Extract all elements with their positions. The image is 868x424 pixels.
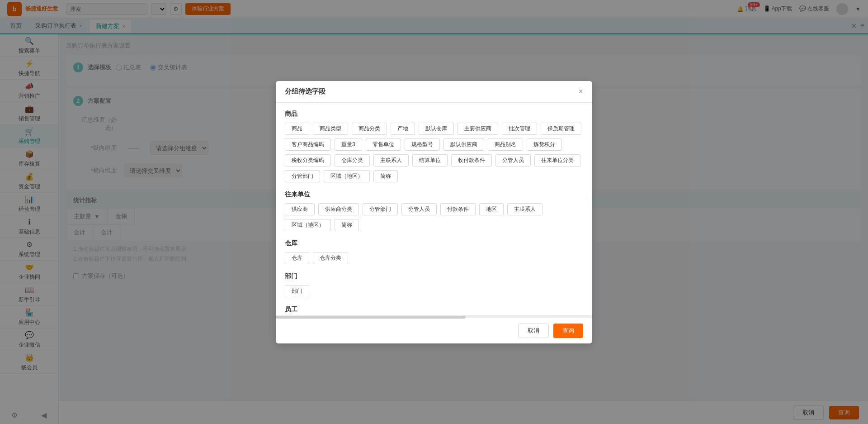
field-tag[interactable]: 税收分类编码 bbox=[285, 154, 331, 167]
field-tag[interactable]: 部门 bbox=[285, 285, 309, 297]
field-tag[interactable]: 默认供应商 bbox=[443, 138, 484, 151]
field-tag[interactable]: 保质期管理 bbox=[541, 123, 581, 135]
product-field-tags: 商品 商品类型 商品分类 产地 默认仓库 主要供应商 批次管理 保质期管理 客户… bbox=[285, 123, 583, 182]
modal-footer: 取消 查询 bbox=[276, 318, 592, 343]
modal-title: 分组待选字段 bbox=[285, 87, 326, 96]
field-tag[interactable]: 区域（地区） bbox=[285, 219, 331, 231]
field-tag[interactable]: 批次管理 bbox=[502, 123, 537, 135]
field-tag[interactable]: 仓库分类 bbox=[313, 252, 348, 264]
modal-body: 商品 商品 商品类型 商品分类 产地 默认仓库 主要供应商 批次管理 保质期管理… bbox=[276, 103, 592, 315]
field-tag[interactable]: 主要供应商 bbox=[458, 123, 498, 135]
field-tag[interactable]: 商品分类 bbox=[352, 123, 387, 135]
field-tag[interactable]: 简称 bbox=[373, 170, 398, 182]
field-tag[interactable]: 分管人员 bbox=[401, 203, 437, 215]
warehouse-field-tags: 仓库 仓库分类 bbox=[285, 252, 583, 264]
field-tag[interactable]: 重量3 bbox=[335, 138, 362, 151]
field-tag[interactable]: 规格型号 bbox=[405, 138, 440, 151]
modal-horizontal-scrollbar[interactable] bbox=[276, 315, 592, 318]
field-group-dept-title: 部门 bbox=[285, 272, 583, 281]
field-tag[interactable]: 分管人员 bbox=[495, 154, 531, 167]
modal-overlay: 分组待选字段 × 商品 商品 商品类型 商品分类 产地 默认仓库 主要供应商 批… bbox=[0, 0, 868, 424]
field-tag[interactable]: 供应商分类 bbox=[318, 203, 359, 215]
modal-cancel-btn[interactable]: 取消 bbox=[518, 324, 549, 338]
field-tag[interactable]: 商品 bbox=[285, 123, 309, 135]
field-tag[interactable]: 简称 bbox=[335, 219, 359, 231]
field-group-dept: 部门 部门 bbox=[285, 272, 583, 297]
field-group-partner-title: 往来单位 bbox=[285, 191, 583, 199]
field-tag[interactable]: 分管部门 bbox=[363, 203, 398, 215]
field-tag[interactable]: 商品别名 bbox=[488, 138, 523, 151]
field-tag[interactable]: 商品类型 bbox=[313, 123, 348, 135]
field-tag[interactable]: 炼货积分 bbox=[527, 138, 562, 151]
field-group-product-title: 商品 bbox=[285, 110, 583, 118]
field-tag[interactable]: 付款条件 bbox=[440, 203, 476, 215]
dept-field-tags: 部门 bbox=[285, 285, 583, 297]
field-tag[interactable]: 主联系人 bbox=[373, 154, 409, 167]
field-tag[interactable]: 区域（地区） bbox=[324, 170, 370, 182]
field-group-warehouse-title: 仓库 bbox=[285, 239, 583, 248]
partner-field-tags: 供应商 供应商分类 分管部门 分管人员 付款条件 地区 主联系人 区域（地区） … bbox=[285, 203, 583, 231]
field-tag[interactable]: 仓库 bbox=[285, 252, 309, 264]
field-tag[interactable]: 仓库分类 bbox=[335, 154, 370, 167]
field-tag[interactable]: 产地 bbox=[391, 123, 415, 135]
field-tag[interactable]: 零售单位 bbox=[366, 138, 401, 151]
field-tag[interactable]: 收付款条件 bbox=[451, 154, 492, 167]
field-tag[interactable]: 默认仓库 bbox=[419, 123, 454, 135]
field-group-staff-title: 员工 bbox=[285, 305, 583, 314]
field-group-partner: 往来单位 供应商 供应商分类 分管部门 分管人员 付款条件 地区 主联系人 区域… bbox=[285, 191, 583, 231]
modal-close-btn[interactable]: × bbox=[578, 87, 583, 95]
field-tag[interactable]: 供应商 bbox=[285, 203, 315, 215]
field-group-staff: 员工 业务员 bbox=[285, 305, 583, 315]
modal-hscroll-thumb bbox=[276, 316, 466, 319]
field-select-modal: 分组待选字段 × 商品 商品 商品类型 商品分类 产地 默认仓库 主要供应商 批… bbox=[276, 81, 592, 343]
field-tag[interactable]: 地区 bbox=[479, 203, 504, 215]
field-tag[interactable]: 往来单位分类 bbox=[534, 154, 580, 167]
field-tag[interactable]: 分管部门 bbox=[285, 170, 320, 182]
field-tag[interactable]: 主联系人 bbox=[507, 203, 542, 215]
field-tag[interactable]: 客户商品编码 bbox=[285, 138, 331, 151]
modal-header: 分组待选字段 × bbox=[276, 81, 592, 103]
modal-confirm-btn[interactable]: 查询 bbox=[553, 324, 583, 338]
field-tag[interactable]: 结算单位 bbox=[412, 154, 448, 167]
field-group-warehouse: 仓库 仓库 仓库分类 bbox=[285, 239, 583, 264]
field-group-product: 商品 商品 商品类型 商品分类 产地 默认仓库 主要供应商 批次管理 保质期管理… bbox=[285, 110, 583, 182]
